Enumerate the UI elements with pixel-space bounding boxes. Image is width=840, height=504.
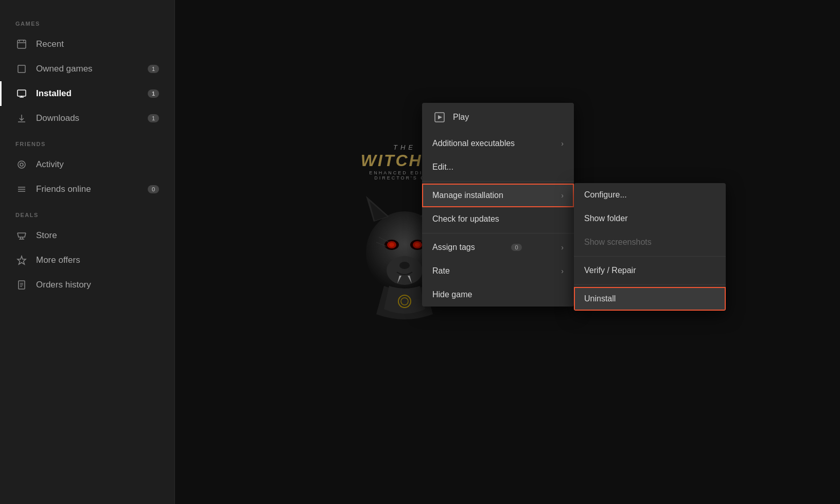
installed-badge: 1 [148,89,159,98]
friends-icon [15,183,28,195]
ctx-check-updates-label: Check for updates [432,214,499,224]
store-icon [15,229,28,242]
svg-rect-0 [18,40,26,48]
ctx-check-updates[interactable]: Check for updates [422,207,574,231]
svg-marker-19 [18,256,26,264]
ctx-rate[interactable]: Rate › [422,259,574,283]
ctx-manage-label: Manage installation [432,191,503,200]
ctx-divider-sub-1 [574,256,726,257]
ctx-show-folder[interactable]: Show folder [574,207,726,230]
ctx-manage-arrow: › [561,191,564,200]
sidebar-item-friends-online[interactable]: Friends online 0 [0,177,174,202]
context-menu-secondary: Configure... Show folder Show screenshot… [574,183,726,311]
owned-badge: 1 [148,65,159,73]
owned-icon [15,63,28,75]
context-menu-primary: Play Additional executables › Edit... Ma… [422,103,574,307]
sidebar-item-installed[interactable]: Installed 1 [0,81,174,106]
ctx-divider-2 [422,233,574,233]
ctx-verify-repair[interactable]: Verify / Repair [574,259,726,282]
sidebar-item-downloads[interactable]: Downloads 1 [0,106,174,131]
svg-point-11 [20,163,23,166]
ctx-edit[interactable]: Edit... [422,155,574,179]
orders-icon [15,279,28,291]
recent-icon [15,38,28,50]
play-icon [432,110,447,124]
ctx-assign-tags-badge: 0 [511,244,521,251]
ctx-assign-tags-label: Assign tags [432,243,475,252]
sidebar-item-activity[interactable]: Activity [0,152,174,177]
sidebar-item-orders-history[interactable]: Orders history [0,273,174,297]
ctx-assign-tags[interactable]: Assign tags 0 › [422,236,574,259]
ctx-uninstall[interactable]: Uninstall [574,287,726,311]
ctx-additional-executables[interactable]: Additional executables › [422,132,574,155]
ctx-show-screenshots-label: Show screenshots [584,238,652,247]
ctx-additional-arrow: › [561,139,564,148]
sidebar-item-orders-label: Orders history [36,280,91,290]
ctx-verify-repair-label: Verify / Repair [584,266,636,275]
svg-point-10 [18,161,25,168]
ctx-rate-arrow: › [561,267,564,275]
offers-icon [15,254,28,266]
ctx-show-screenshots: Show screenshots [574,230,726,254]
sidebar-section-friends: FRIENDS [0,141,174,152]
sidebar-item-store-label: Store [36,230,57,241]
friends-badge: 0 [148,185,159,193]
sidebar-item-store[interactable]: Store [0,223,174,248]
ctx-assign-tags-arrow: › [561,243,564,251]
sidebar: GAMES Recent Owned games 1 [0,0,175,504]
ctx-show-folder-label: Show folder [584,214,628,223]
sidebar-item-recent-label: Recent [36,39,64,49]
ctx-divider-sub-2 [574,284,726,285]
sidebar-item-owned[interactable]: Owned games 1 [0,57,174,81]
svg-rect-4 [18,65,25,73]
ctx-additional-label: Additional executables [432,139,515,148]
sidebar-section-deals: DEALS [0,212,174,223]
downloads-icon [15,112,28,124]
sidebar-item-more-offers-label: More offers [36,255,80,265]
activity-icon [15,158,28,171]
downloads-badge: 1 [148,114,159,122]
ctx-uninstall-label: Uninstall [584,294,616,303]
sidebar-item-downloads-label: Downloads [36,113,79,123]
sidebar-item-owned-label: Owned games [36,64,93,74]
ctx-edit-label: Edit... [432,163,453,172]
ctx-rate-label: Rate [432,266,450,276]
sidebar-item-installed-label: Installed [36,88,72,99]
ctx-configure-label: Configure... [584,190,627,200]
sidebar-item-more-offers[interactable]: More offers [0,248,174,273]
ctx-hide-game[interactable]: Hide game [422,283,574,307]
ctx-configure[interactable]: Configure... [574,183,726,207]
installed-icon [15,87,28,100]
sidebar-section-games: GAMES [0,21,174,32]
sidebar-item-friends-label: Friends online [36,184,91,194]
svg-rect-5 [18,90,26,96]
ctx-divider-1 [422,181,574,182]
sidebar-item-activity-label: Activity [36,159,64,170]
ctx-play-label: Play [453,113,469,122]
ctx-manage-installation[interactable]: Manage installation › [422,184,574,207]
ctx-hide-game-label: Hide game [432,290,472,299]
ctx-play[interactable]: Play [422,103,574,132]
sidebar-item-recent[interactable]: Recent [0,32,174,57]
